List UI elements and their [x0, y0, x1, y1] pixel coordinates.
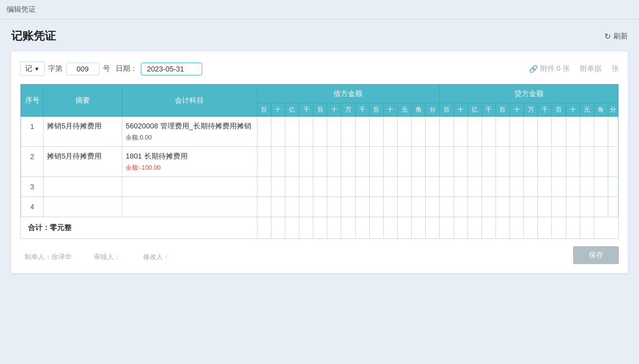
cell-summary[interactable]: [44, 177, 122, 197]
cell-account[interactable]: 56020008 管理费用_长期待摊费用摊销余额:0.00: [122, 117, 257, 147]
credit-digit-cell[interactable]: [552, 117, 566, 147]
credit-digit-cell[interactable]: [495, 147, 509, 177]
debit-digit-cell[interactable]: [383, 147, 397, 177]
credit-digit-cell[interactable]: [566, 177, 580, 197]
debit-digit-cell[interactable]: [355, 147, 369, 177]
credit-digit-cell[interactable]: [608, 197, 618, 217]
debit-digit-cell[interactable]: [369, 197, 383, 217]
debit-digit-cell[interactable]: [383, 197, 397, 217]
debit-digit-cell[interactable]: [299, 117, 313, 147]
debit-digit-cell[interactable]: [426, 197, 440, 217]
debit-digit-cell[interactable]: [327, 197, 341, 217]
credit-digit-cell[interactable]: [481, 197, 495, 217]
credit-digit-cell[interactable]: [538, 177, 552, 197]
credit-digit-cell[interactable]: [454, 117, 468, 147]
credit-digit-cell[interactable]: [538, 197, 552, 217]
debit-digit-cell[interactable]: [426, 147, 440, 177]
debit-digit-cell[interactable]: [341, 197, 355, 217]
debit-digit-cell[interactable]: [327, 177, 341, 197]
debit-digit-cell[interactable]: [271, 147, 285, 177]
credit-digit-cell[interactable]: [524, 117, 538, 147]
credit-digit-cell[interactable]: [481, 147, 495, 177]
credit-digit-cell[interactable]: [440, 117, 454, 147]
debit-digit-cell[interactable]: [397, 147, 411, 177]
debit-digit-cell[interactable]: [397, 197, 411, 217]
credit-digit-cell[interactable]: [495, 197, 509, 217]
credit-digit-cell[interactable]: [608, 177, 618, 197]
credit-digit-cell[interactable]: [454, 147, 468, 177]
debit-digit-cell[interactable]: [327, 147, 341, 177]
credit-digit-cell[interactable]: [580, 197, 594, 217]
debit-digit-cell[interactable]: [369, 117, 383, 147]
debit-digit-cell[interactable]: [299, 177, 313, 197]
debit-digit-cell[interactable]: [341, 147, 355, 177]
credit-digit-cell[interactable]: [608, 147, 618, 177]
credit-digit-cell[interactable]: [594, 147, 608, 177]
credit-digit-cell[interactable]: [594, 197, 608, 217]
credit-digit-cell[interactable]: [440, 147, 454, 177]
cell-summary[interactable]: 摊销5月待摊费用: [44, 117, 122, 147]
credit-digit-cell[interactable]: [468, 177, 481, 197]
credit-digit-cell[interactable]: [552, 147, 566, 177]
cell-account[interactable]: [122, 197, 257, 217]
debit-digit-cell[interactable]: [257, 147, 271, 177]
credit-digit-cell[interactable]: [454, 177, 468, 197]
voucher-number-input[interactable]: [66, 63, 99, 75]
debit-digit-cell[interactable]: [313, 197, 327, 217]
debit-digit-cell[interactable]: [412, 147, 426, 177]
debit-digit-cell[interactable]: [397, 117, 411, 147]
debit-digit-cell[interactable]: [369, 177, 383, 197]
debit-digit-cell[interactable]: [257, 197, 271, 217]
debit-digit-cell[interactable]: [257, 117, 271, 147]
debit-digit-cell[interactable]: [397, 177, 411, 197]
debit-digit-cell[interactable]: [412, 117, 426, 147]
debit-digit-cell[interactable]: [426, 177, 440, 197]
debit-digit-cell[interactable]: [341, 117, 355, 147]
cell-account[interactable]: [122, 177, 257, 197]
debit-digit-cell[interactable]: [285, 117, 299, 147]
date-input[interactable]: [141, 63, 202, 75]
credit-digit-cell[interactable]: [495, 117, 509, 147]
credit-digit-cell[interactable]: [481, 117, 495, 147]
credit-digit-cell[interactable]: [454, 197, 468, 217]
credit-digit-cell[interactable]: [440, 197, 454, 217]
credit-digit-cell[interactable]: [510, 117, 524, 147]
credit-digit-cell[interactable]: [440, 177, 454, 197]
cell-account[interactable]: 1801 长期待摊费用余额:-100.00: [122, 147, 257, 177]
credit-digit-cell[interactable]: [468, 117, 481, 147]
cell-summary[interactable]: 摊销5月待摊费用: [44, 147, 122, 177]
debit-digit-cell[interactable]: [412, 197, 426, 217]
debit-digit-cell[interactable]: [299, 197, 313, 217]
credit-digit-cell[interactable]: [524, 147, 538, 177]
credit-digit-cell[interactable]: [524, 177, 538, 197]
debit-digit-cell[interactable]: [271, 177, 285, 197]
credit-digit-cell[interactable]: [481, 177, 495, 197]
debit-digit-cell[interactable]: [369, 147, 383, 177]
credit-digit-cell[interactable]: [538, 117, 552, 147]
refresh-button[interactable]: ↻ 刷新: [604, 31, 628, 41]
credit-digit-cell[interactable]: [510, 177, 524, 197]
credit-digit-cell[interactable]: [468, 147, 481, 177]
credit-digit-cell[interactable]: [538, 147, 552, 177]
credit-digit-cell[interactable]: [594, 177, 608, 197]
attach-link[interactable]: 🔗 附件 0 张: [529, 64, 570, 74]
debit-digit-cell[interactable]: [271, 197, 285, 217]
debit-digit-cell[interactable]: [341, 177, 355, 197]
credit-digit-cell[interactable]: [594, 117, 608, 147]
credit-digit-cell[interactable]: [495, 177, 509, 197]
debit-digit-cell[interactable]: [313, 117, 327, 147]
credit-digit-cell[interactable]: [608, 117, 618, 147]
debit-digit-cell[interactable]: [313, 177, 327, 197]
credit-digit-cell[interactable]: [580, 117, 594, 147]
credit-digit-cell[interactable]: [566, 197, 580, 217]
debit-digit-cell[interactable]: [426, 117, 440, 147]
cell-summary[interactable]: [44, 197, 122, 217]
debit-digit-cell[interactable]: [355, 177, 369, 197]
credit-digit-cell[interactable]: [524, 197, 538, 217]
debit-digit-cell[interactable]: [383, 117, 397, 147]
debit-digit-cell[interactable]: [299, 147, 313, 177]
debit-digit-cell[interactable]: [327, 117, 341, 147]
prefix-select[interactable]: 记 ▼: [20, 61, 45, 76]
credit-digit-cell[interactable]: [566, 147, 580, 177]
credit-digit-cell[interactable]: [468, 197, 481, 217]
